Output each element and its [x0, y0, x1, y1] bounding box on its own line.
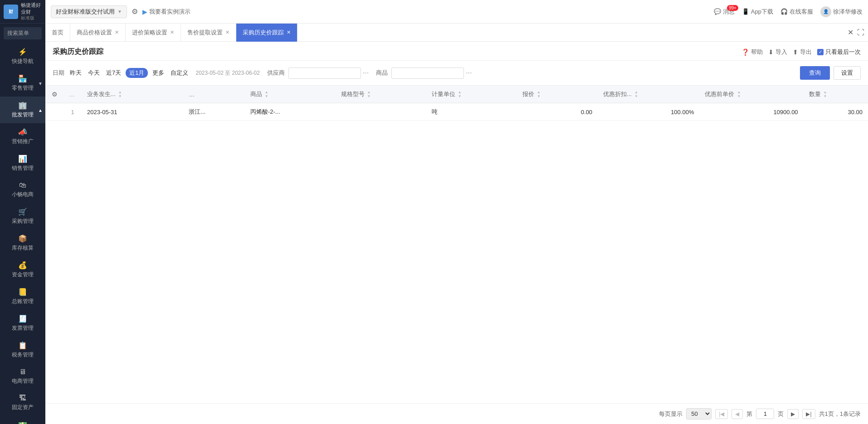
page-prev-button[interactable]: ◀: [731, 409, 743, 419]
sidebar-item-quick-nav[interactable]: ⚡ 快捷导航: [0, 43, 45, 70]
sidebar-item-marketing[interactable]: 📣 营销推广: [0, 123, 45, 150]
only-last-label: 只看最后一次: [825, 48, 861, 56]
import-link[interactable]: ⬇ 导入: [768, 48, 787, 56]
per-page-label: 每页显示: [659, 410, 683, 418]
tab-purchase-strategy[interactable]: 进价策略设置 ✕: [126, 24, 181, 42]
sidebar-item-wholesale[interactable]: 🏢 批发管理 ▲: [0, 96, 45, 123]
tab-goods-price-close-icon[interactable]: ✕: [115, 29, 119, 35]
per-page-select[interactable]: 20 50 100: [686, 408, 712, 419]
tab-sale-extract-label: 售价提取设置: [187, 29, 223, 37]
goods-filter-label: 商品: [376, 69, 388, 77]
sort-down-icon: ▼: [118, 95, 122, 98]
col-header-qty[interactable]: 数量 ▲ ▼: [804, 86, 868, 103]
tab-sale-extract[interactable]: 售价提取设置 ✕: [181, 24, 236, 42]
tab-expand-button[interactable]: ⛶: [857, 29, 864, 37]
tab-goods-price[interactable]: 商品价格设置 ✕: [70, 24, 126, 42]
col-header-discount[interactable]: 优惠折扣... ▲ ▼: [598, 86, 699, 103]
invoice-icon: 🧾: [18, 314, 27, 323]
sidebar-item-sales[interactable]: 📊 销售管理: [0, 150, 45, 177]
sidebar-item-tax[interactable]: 📋 税务管理: [0, 337, 45, 363]
page-header-actions: ❓ 帮助 ⬇ 导入 ⬆ 导出 ✓ 只看最后一次: [741, 48, 861, 56]
ecommerce-label: 电商管理: [12, 377, 34, 385]
date-option-yesterday[interactable]: 昨天: [68, 68, 83, 78]
query-button[interactable]: 查询: [800, 66, 830, 80]
sidebar-item-ledger[interactable]: 📒 总账管理: [0, 283, 45, 310]
page-next-button[interactable]: ▶: [787, 409, 799, 419]
page-last-button[interactable]: ▶|: [802, 409, 815, 419]
table-settings-icon[interactable]: ⚙: [52, 91, 58, 98]
date-option-more[interactable]: 更多: [151, 68, 166, 78]
tab-home[interactable]: 首页: [45, 24, 70, 42]
col-header-goods[interactable]: 商品 ▲ ▼: [245, 86, 336, 103]
col-date-sort[interactable]: ▲ ▼: [118, 91, 122, 98]
sort-up-icon: ▲: [737, 91, 741, 94]
version-selector[interactable]: 好业财标准版交付试用 ▼: [51, 5, 127, 18]
sidebar-item-invoice[interactable]: 🧾 发票管理: [0, 310, 45, 337]
selector-chevron-down-icon: ▼: [117, 9, 122, 14]
message-button[interactable]: 💬 消息 99+: [714, 8, 735, 16]
supplier-more-icon[interactable]: ···: [363, 69, 369, 77]
help-link[interactable]: ❓ 帮助: [741, 48, 763, 56]
sort-down-icon: ▼: [824, 95, 827, 98]
demo-link[interactable]: ▶ 我要看实例演示: [142, 8, 190, 16]
row-unit: 吨: [432, 108, 438, 115]
tab-purchase-history-close-icon[interactable]: ✕: [287, 29, 291, 35]
sort-down-icon: ▼: [537, 95, 541, 98]
content-area: 采购历史价跟踪 ❓ 帮助 ⬇ 导入 ⬆ 导出 ✓: [45, 42, 868, 424]
search-menu-button[interactable]: 搜索菜单: [4, 27, 42, 39]
date-option-last7[interactable]: 近7天: [104, 68, 123, 78]
settings-button[interactable]: 设置: [834, 66, 861, 80]
date-option-custom[interactable]: 自定义: [169, 68, 190, 78]
sidebar: 财 畅捷通好业财 标准版 搜索菜单 ⚡ 快捷导航 🏪 零售管理 ▼ 🏢 批发管理…: [0, 0, 45, 424]
sidebar-item-assets[interactable]: 🏗 固定资产: [0, 390, 45, 416]
tab-goods-price-label: 商品价格设置: [77, 29, 112, 37]
col-date-label: 业务发生...: [87, 90, 116, 98]
user-profile-button[interactable]: 👤 徐泽华修改: [820, 6, 863, 17]
app-download-button[interactable]: 📱 App下载: [742, 8, 773, 16]
tab-purchase-strategy-close-icon[interactable]: ✕: [170, 29, 174, 35]
sidebar-item-inventory[interactable]: 📦 库存核算: [0, 230, 45, 256]
date-option-today[interactable]: 今天: [86, 68, 102, 78]
col-pre-price-sort[interactable]: ▲ ▼: [737, 91, 741, 98]
goods-input[interactable]: [391, 67, 464, 79]
export-link[interactable]: ⬆ 导出: [793, 48, 812, 56]
col-unit-sort[interactable]: ▲ ▼: [458, 91, 462, 98]
user-name-label: 徐泽华修改: [833, 8, 863, 16]
col-header-unit[interactable]: 计量单位 ▲ ▼: [426, 86, 517, 103]
col-header-price[interactable]: 报价 ▲ ▼: [517, 86, 598, 103]
page-input[interactable]: [756, 409, 774, 419]
supplier-input[interactable]: [288, 67, 361, 79]
page-title: 采购历史价跟踪: [53, 47, 103, 57]
goods-more-icon[interactable]: ···: [466, 69, 472, 77]
col-header-spec[interactable]: 规格型号 ▲ ▼: [336, 86, 426, 103]
col-header-pre-price[interactable]: 优惠前单价 ▲ ▼: [699, 86, 803, 103]
col-discount-sort[interactable]: ▲ ▼: [634, 91, 638, 98]
tab-close-all-button[interactable]: ✕: [848, 28, 853, 37]
col-qty-sort[interactable]: ▲ ▼: [824, 91, 827, 98]
sidebar-item-ecommerce-small[interactable]: 🛍 小畅电商: [0, 177, 45, 203]
sidebar-item-retail[interactable]: 🏪 零售管理 ▼: [0, 70, 45, 96]
sort-up-icon: ▲: [118, 91, 122, 94]
col-header-date[interactable]: 业务发生... ▲ ▼: [82, 86, 183, 103]
online-service-button[interactable]: 🎧 在线客服: [780, 8, 813, 16]
sidebar-item-finance[interactable]: 💰 资金管理: [0, 256, 45, 283]
export-label: 导出: [800, 48, 812, 56]
only-last-checkbox[interactable]: ✓ 只看最后一次: [817, 48, 861, 56]
date-option-last1m[interactable]: 近1月: [126, 68, 148, 78]
sidebar-item-salary[interactable]: 💵 工资: [0, 416, 45, 424]
finance-icon: 💰: [18, 261, 27, 270]
checkbox-checked-icon: ✓: [817, 49, 824, 55]
tax-label: 税务管理: [12, 351, 34, 359]
tab-purchase-history[interactable]: 采购历史价跟踪 ✕: [236, 24, 297, 42]
page-first-button[interactable]: |◀: [715, 409, 728, 419]
col-header-dots: …: [183, 86, 244, 103]
col-dots-label: …: [189, 91, 195, 98]
header-settings-icon[interactable]: ⚙: [132, 7, 138, 16]
tab-sale-extract-close-icon[interactable]: ✕: [225, 29, 229, 35]
sidebar-item-purchase[interactable]: 🛒 采购管理: [0, 203, 45, 230]
col-goods-sort[interactable]: ▲ ▼: [265, 91, 268, 98]
col-spec-sort[interactable]: ▲ ▼: [367, 91, 371, 98]
sidebar-item-ecommerce[interactable]: 🖥 电商管理: [0, 363, 45, 390]
col-price-sort[interactable]: ▲ ▼: [537, 91, 541, 98]
row-num: 1: [71, 109, 74, 116]
